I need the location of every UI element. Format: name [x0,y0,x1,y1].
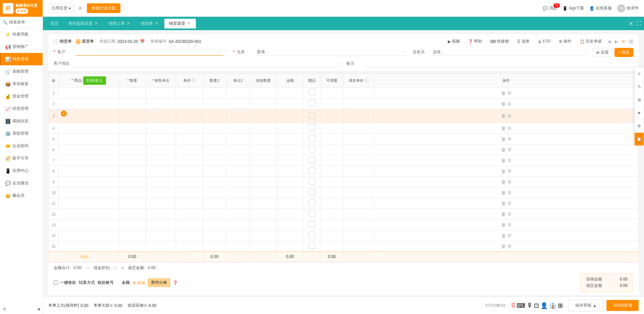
row-amount-3[interactable] [277,109,304,123]
rfloat-item-5[interactable]: ⚙ [635,120,644,133]
row-amount-12[interactable] [277,209,304,219]
tool4-icon[interactable]: 👤 [540,302,548,309]
sidebar-item-marketing[interactable]: 📢 营销推广 [0,41,43,53]
gift-checkbox-3[interactable] [309,112,315,119]
row-amount-5[interactable] [277,134,304,144]
row-amount-14[interactable] [277,230,304,241]
row-pack-qty-10[interactable] [250,187,277,198]
row-available-4[interactable] [320,123,344,134]
gift-checkbox-6[interactable] [309,146,315,152]
copy-icon-5[interactable]: ⧉ [508,136,511,142]
row-unit2-3[interactable] [226,109,250,123]
salesperson-input[interactable] [431,48,582,56]
add-row-btn[interactable]: + [61,111,67,117]
row-gift-15[interactable] [304,241,320,252]
delete-icon-11[interactable]: 🗑 [501,201,506,206]
tab-close-sale-price[interactable]: ✕ [94,21,99,26]
tool1-icon[interactable]: ⌨ [517,302,525,309]
row-quantity-13[interactable] [119,219,146,230]
row-available-3[interactable] [320,109,344,123]
row-available-1[interactable] [320,88,344,99]
row-unit2-5[interactable] [226,134,250,144]
tool2-icon[interactable]: 🎙 [527,302,533,309]
row-price-4[interactable] [176,123,203,134]
copy-icon-12[interactable]: ⧉ [508,211,511,217]
address-input[interactable] [72,60,336,67]
row-available-8[interactable] [320,166,344,177]
row-unit-15[interactable] [146,241,176,252]
row-quantity-9[interactable] [119,177,146,187]
warehouse-input[interactable] [256,48,403,56]
scan-button[interactable]: 扫码录入 [83,76,106,85]
copy-icon-11[interactable]: ⧉ [508,200,511,206]
row-price-13[interactable] [176,219,203,230]
row-cost-price-1[interactable] [344,88,374,99]
row-unit-11[interactable] [146,198,176,209]
save-new-button[interactable]: 保存&新增 [606,300,639,311]
row-unit2-15[interactable] [226,241,250,252]
row-unit2-9[interactable] [226,177,250,187]
row-gift-11[interactable] [304,198,320,209]
row-price-8[interactable] [176,166,203,177]
row-pack-qty-15[interactable] [250,241,277,252]
app-download-item[interactable]: 📱 App下载 [562,5,584,11]
gift-checkbox-11[interactable] [309,199,315,206]
tool5-icon[interactable]: 👔 [549,302,556,309]
settings-bottom-icon[interactable]: ⚙ [3,307,6,311]
row-price-2[interactable] [176,99,203,109]
gift-checkbox-7[interactable] [309,156,315,163]
row-quantity2-10[interactable] [203,187,226,198]
remark-input[interactable] [365,60,633,67]
row-cost-price-7[interactable] [344,155,374,166]
row-quantity-7[interactable] [119,155,146,166]
row-price-5[interactable] [176,134,203,144]
row-price-11[interactable] [176,198,203,209]
delete-icon-8[interactable]: 🗑 [501,169,506,174]
row-amount-1[interactable] [277,88,304,99]
row-quantity2-14[interactable] [203,230,226,241]
copy-icon-3[interactable]: ⧉ [508,113,511,119]
warehouse-dots[interactable]: ··· [404,50,407,54]
row-pack-qty-4[interactable] [250,123,277,134]
row-price-1[interactable] [176,88,203,99]
user-avatar-item[interactable]: 华 徐泽华 [617,4,639,12]
row-unit2-1[interactable] [226,88,250,99]
col-gear[interactable]: ⚙ [49,74,59,88]
message-item[interactable]: 💬 消息 70 [543,5,557,11]
row-unit2-11[interactable] [226,198,250,209]
gift-checkbox-13[interactable] [309,221,315,228]
row-cost-price-12[interactable] [344,209,374,219]
row-pack-qty-12[interactable] [250,209,277,219]
settings-btn[interactable]: ⚙ 设置 [592,48,612,57]
row-gift-14[interactable] [304,230,320,241]
row-cost-price-13[interactable] [344,219,374,230]
row-unit-10[interactable] [146,187,176,198]
row-quantity-6[interactable] [119,144,146,155]
select-btn[interactable]: ☰ 选单 [515,38,532,45]
tab-sale-order[interactable]: 销售订单 ✕ [104,19,136,28]
row-gift-7[interactable] [304,155,320,166]
row-amount-6[interactable] [277,144,304,155]
sidebar-item-apps[interactable]: 📱 应用中心 [0,165,43,177]
row-amount-11[interactable] [277,198,304,209]
delete-icon-13[interactable]: 🗑 [501,222,506,228]
row-cost-price-6[interactable] [344,144,374,155]
payment-checkbox[interactable]: 一键收款 [54,280,76,286]
row-gift-9[interactable] [304,177,320,187]
row-amount-7[interactable] [277,155,304,166]
sidebar-item-search[interactable]: 🔍 搜索菜单 [0,17,43,28]
row-price-14[interactable] [176,230,203,241]
tab-sale-return[interactable]: 销货退货 ✕ [164,19,196,28]
row-amount-4[interactable] [277,123,304,134]
copy-icon-13[interactable]: ⧉ [508,222,511,228]
industry-select[interactable]: 日用百货 ▾ [48,4,74,13]
row-quantity-1[interactable] [119,88,146,99]
row-cost-price-2[interactable] [344,99,374,109]
row-product-11[interactable] [59,198,119,209]
row-pack-qty-9[interactable] [250,177,277,187]
tab-close-sale-return[interactable]: ✕ [186,21,191,26]
copy-icon-6[interactable]: ⧉ [508,147,511,152]
row-product-2[interactable] [59,99,119,109]
row-available-2[interactable] [320,99,344,109]
header-gear-icon[interactable]: ⚙ [76,5,84,12]
